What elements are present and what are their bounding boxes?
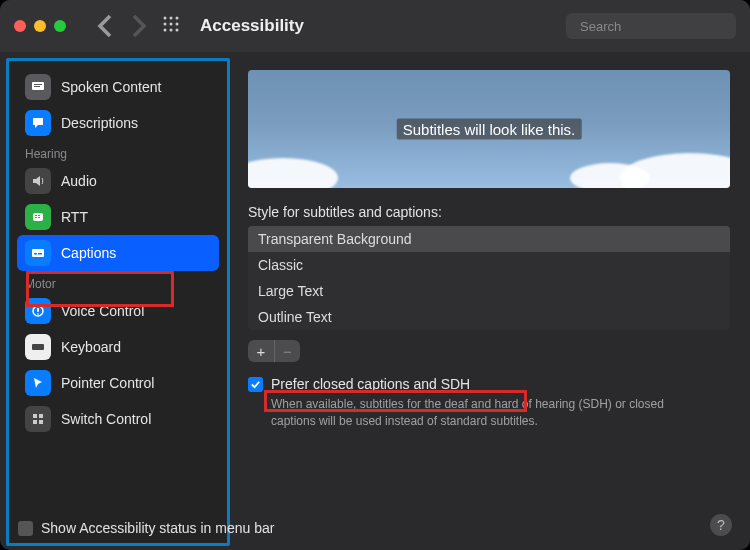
sidebar-item-audio[interactable]: Audio [17,163,219,199]
svg-rect-17 [35,217,37,218]
sidebar-item-spoken-content[interactable]: Spoken Content [17,69,219,105]
prefer-sdh-checkbox[interactable] [248,377,263,392]
titlebar: Accessibility [0,0,750,52]
svg-rect-29 [39,420,43,424]
svg-point-1 [170,16,173,19]
sidebar-item-descriptions[interactable]: Descriptions [17,105,219,141]
svg-rect-12 [34,84,42,85]
show-status-label: Show Accessibility status in menu bar [41,520,274,536]
sidebar-item-label: Captions [61,245,116,261]
show-status-checkbox[interactable] [18,521,33,536]
svg-rect-16 [38,215,40,216]
style-option-outline-text[interactable]: Outline Text [248,304,730,330]
svg-point-7 [170,28,173,31]
svg-point-0 [164,16,167,19]
sidebar-item-pointer-control[interactable]: Pointer Control [17,365,219,401]
sidebar-item-keyboard[interactable]: Keyboard [17,329,219,365]
window: Accessibility Spoken Content Description… [0,0,750,550]
checkmark-icon [250,379,261,390]
style-label: Style for subtitles and captions: [248,204,730,220]
svg-point-6 [164,28,167,31]
captions-icon [25,240,51,266]
sidebar-item-label: Keyboard [61,339,121,355]
svg-point-3 [164,22,167,25]
sidebar-item-voice-control[interactable]: Voice Control [17,293,219,329]
add-style-button[interactable]: + [248,340,274,362]
window-title: Accessibility [200,16,304,36]
svg-point-4 [170,22,173,25]
sidebar: Spoken Content Descriptions Hearing Audi… [6,58,230,546]
svg-rect-21 [38,253,42,255]
sidebar-item-label: RTT [61,209,88,225]
voice-control-icon [25,298,51,324]
section-hearing: Hearing [17,141,219,163]
sidebar-item-label: Spoken Content [61,79,161,95]
svg-point-8 [176,28,179,31]
pointer-control-icon [25,370,51,396]
descriptions-icon [25,110,51,136]
zoom-window-button[interactable] [54,20,66,32]
sidebar-item-label: Descriptions [61,115,138,131]
help-button[interactable]: ? [710,514,732,536]
preview-subtitle-text: Subtitles will look like this. [397,119,582,140]
sidebar-item-captions[interactable]: Captions [17,235,219,271]
svg-rect-23 [37,308,39,312]
forward-button[interactable] [126,14,150,38]
spoken-content-icon [25,74,51,100]
svg-rect-20 [34,253,37,255]
minimize-window-button[interactable] [34,20,46,32]
svg-rect-15 [35,215,37,216]
sidebar-item-label: Voice Control [61,303,144,319]
back-button[interactable] [94,14,118,38]
keyboard-icon [25,334,51,360]
svg-rect-27 [39,414,43,418]
remove-style-button[interactable]: − [274,340,300,362]
chevron-left-icon [94,14,118,38]
window-controls [14,20,66,32]
content-pane: Subtitles will look like this. Style for… [230,52,750,550]
section-motor: Motor [17,271,219,293]
audio-icon [25,168,51,194]
close-window-button[interactable] [14,20,26,32]
search-input[interactable] [580,19,748,34]
svg-rect-26 [33,414,37,418]
show-all-icon[interactable] [162,15,180,38]
search-field[interactable] [566,13,736,39]
svg-rect-18 [38,217,40,218]
prefer-sdh-row: Prefer closed captions and SDH [248,376,730,392]
sidebar-item-switch-control[interactable]: Switch Control [17,401,219,437]
prefer-sdh-label: Prefer closed captions and SDH [271,376,470,392]
switch-control-icon [25,406,51,432]
svg-point-5 [176,22,179,25]
prefer-sdh-description: When available, subtitles for the deaf a… [271,396,671,430]
sidebar-item-label: Switch Control [61,411,151,427]
style-list[interactable]: Transparent Background Classic Large Tex… [248,226,730,330]
add-remove-style: + − [248,340,300,362]
style-option-classic[interactable]: Classic [248,252,730,278]
rtt-icon [25,204,51,230]
style-option-large-text[interactable]: Large Text [248,278,730,304]
subtitle-preview: Subtitles will look like this. [248,70,730,188]
show-status-row: Show Accessibility status in menu bar [18,520,274,536]
sidebar-item-rtt[interactable]: RTT [17,199,219,235]
sidebar-item-label: Pointer Control [61,375,154,391]
svg-rect-13 [34,86,40,87]
svg-point-2 [176,16,179,19]
sidebar-item-label: Audio [61,173,97,189]
style-option-transparent[interactable]: Transparent Background [248,226,730,252]
chevron-right-icon [126,14,150,38]
svg-rect-25 [32,344,44,350]
svg-rect-28 [33,420,37,424]
